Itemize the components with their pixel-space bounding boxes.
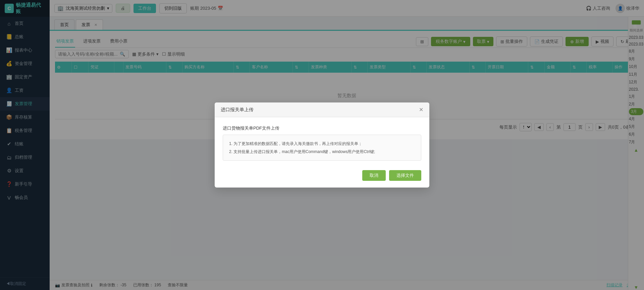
modal-info-line-1: 1. 为了更加精准的数据匹配，请先录入海关缴款书，再上传对应的报关单；	[229, 140, 415, 148]
modal-info-line-2: 2. 支持批量上传进口报关单，mac用户使用Command键，windows用户…	[229, 148, 415, 156]
import-customs-modal: 进口报关单上传 ✕ 进口货物报关单PDF文件上传 1. 为了更加精准的数据匹配，…	[215, 102, 429, 188]
modal-body: 进口货物报关单PDF文件上传 1. 为了更加精准的数据匹配，请先录入海关缴款书，…	[215, 117, 429, 166]
cancel-button[interactable]: 取消	[362, 170, 386, 181]
modal-footer: 取消 选择文件	[215, 166, 429, 188]
select-file-button[interactable]: 选择文件	[389, 170, 421, 181]
modal-title: 进口报关单上传	[221, 107, 254, 113]
modal-section-title: 进口货物报关单PDF文件上传	[223, 125, 421, 131]
modal-close-button[interactable]: ✕	[419, 106, 423, 113]
modal-info-box: 1. 为了更加精准的数据匹配，请先录入海关缴款书，再上传对应的报关单； 2. 支…	[223, 135, 421, 161]
modal-header: 进口报关单上传 ✕	[215, 102, 429, 117]
modal-overlay[interactable]: 进口报关单上传 ✕ 进口货物报关单PDF文件上传 1. 为了更加精准的数据匹配，…	[0, 0, 644, 290]
